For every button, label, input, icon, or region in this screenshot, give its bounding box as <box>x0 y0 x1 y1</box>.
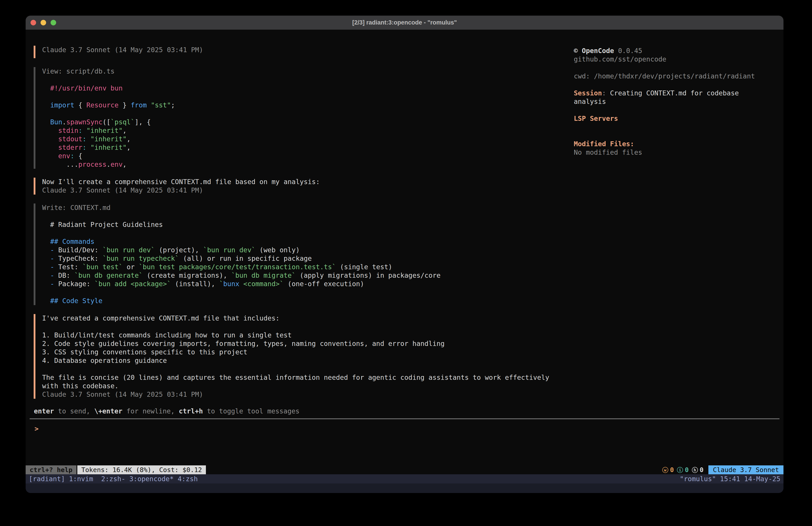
text-segment: bunx <box>223 280 239 288</box>
text-line: The file is concise (20 lines) and captu… <box>42 373 568 382</box>
text-segment: Resource <box>86 101 119 109</box>
text-segment: © OpenCode <box>574 47 614 55</box>
text-segment: `bun run dev` <box>203 246 256 254</box>
window-title: [2/3] radiant:3:opencode - "romulus" <box>352 19 457 26</box>
text-segment <box>83 127 86 134</box>
text-segment: `bun db migrate` <box>231 271 296 279</box>
text-line: enter to send, \+enter for newline, ctrl… <box>34 407 775 415</box>
text-segment <box>42 297 50 305</box>
text-segment: Package: <box>54 280 95 288</box>
text-line: Claude 3.7 Sonnet (14 May 2025 03:41 PM) <box>42 390 568 399</box>
opencode-tui: Claude 3.7 Sonnet (14 May 2025 03:41 PM)… <box>26 30 783 493</box>
text-line <box>42 229 568 237</box>
text-line: - DB: `bun db generate` (create migratio… <box>42 271 568 280</box>
text-segment: } <box>118 101 131 109</box>
text-segment: : <box>70 152 74 160</box>
text-segment: process <box>78 160 106 168</box>
tmux-window-list[interactable]: [radiant] 1:nvim 2:zsh- 3:opencode* 4:zs… <box>29 475 198 483</box>
text-segment: - <box>50 263 54 271</box>
tool-output-block: Write: CONTEXT.md # Radiant Project Guid… <box>34 203 568 305</box>
text-segment: Bun <box>50 118 62 126</box>
text-segment: env <box>111 160 122 168</box>
text-segment: 3. CSS styling conventions specific to t… <box>42 348 247 356</box>
hints-indicator: h0 <box>692 466 704 474</box>
text-segment: ], { <box>134 118 151 126</box>
text-segment: to send, <box>54 407 94 415</box>
text-line: env: { <box>42 152 568 160</box>
text-line: Claude 3.7 Sonnet (14 May 2025 03:41 PM) <box>42 186 568 195</box>
text-line: Now I'll create a comprehensive CONTEXT.… <box>42 177 568 186</box>
text-segment: 1. Build/lint/test commands including ho… <box>42 331 292 339</box>
text-line: I've created a comprehensive CONTEXT.md … <box>42 314 568 323</box>
text-segment: (project), <box>155 246 203 254</box>
text-segment <box>42 135 58 143</box>
text-segment: Write: CONTEXT.md <box>42 204 111 212</box>
text-segment: import <box>50 101 74 109</box>
tool-output-block: View: script/db.ts #!/usr/bin/env bun im… <box>34 67 568 169</box>
text-segment: (apply migrations) in packages/core <box>296 271 440 279</box>
text-line <box>42 212 568 221</box>
window-titlebar[interactable]: [2/3] radiant:3:opencode - "romulus" <box>26 16 783 30</box>
model-badge[interactable]: Claude 3.7 Sonnet <box>708 465 783 474</box>
tmux-session-info: "romulus" 15:41 14-May-25 <box>680 475 780 483</box>
text-line: LSP Servers <box>574 114 779 123</box>
text-segment: , <box>127 144 131 151</box>
text-segment <box>42 144 58 151</box>
text-line: Session: Creating CONTEXT.md for codebas… <box>574 89 779 97</box>
text-segment: `bun test packages/core/test/transaction… <box>139 263 336 271</box>
text-segment: for newline, <box>122 407 179 415</box>
text-segment: spawnSync <box>66 118 102 126</box>
text-line: github.com/sst/opencode <box>574 55 779 63</box>
text-segment <box>42 152 58 160</box>
text-segment: : <box>602 89 610 97</box>
tmux-status-bar: [radiant] 1:nvim 2:zsh- 3:opencode* 4:zs… <box>26 474 783 483</box>
hints-circle-icon: h <box>692 467 698 473</box>
text-segment: `bun add <package>` <box>95 280 171 288</box>
text-line: with this codebase. <box>42 382 568 390</box>
text-segment: "sst" <box>151 101 171 109</box>
text-line: analysis <box>574 97 779 106</box>
text-segment: \+enter <box>94 407 122 415</box>
text-segment <box>42 280 50 288</box>
minimize-button[interactable] <box>41 20 46 25</box>
text-line: © OpenCode 0.0.45 <box>574 46 779 55</box>
text-segment: (create migrations), <box>143 271 231 279</box>
text-line: - Test: `bun test` or `bun test packages… <box>42 263 568 271</box>
text-segment: - <box>50 280 54 288</box>
text-segment: `bun run dev` <box>102 246 155 254</box>
diagnostic-count: 0 <box>685 466 688 474</box>
text-segment <box>86 135 90 143</box>
text-segment: stderr <box>58 144 82 151</box>
text-line <box>574 131 779 140</box>
assistant-message-block: I've created a comprehensive CONTEXT.md … <box>34 314 568 399</box>
text-segment: `bun db generate` <box>74 271 143 279</box>
tokens-cost-chip: Tokens: 16.4K (8%), Cost: $0.12 <box>77 465 206 474</box>
text-segment: or <box>122 263 139 271</box>
text-segment: ([ <box>102 118 111 126</box>
close-button[interactable] <box>30 20 36 25</box>
text-segment: stdout <box>58 135 82 143</box>
message-input[interactable]: > <box>34 425 775 433</box>
text-line <box>42 288 568 297</box>
text-segment: stdin <box>58 127 78 134</box>
text-segment: (one-off execution) <box>284 280 364 288</box>
text-segment <box>147 101 151 109</box>
text-segment: : <box>83 135 86 143</box>
text-segment: , <box>127 135 131 143</box>
zoom-button[interactable] <box>50 20 56 25</box>
text-segment <box>42 84 50 92</box>
text-line: View: script/db.ts <box>42 67 568 75</box>
text-segment: : <box>78 127 83 134</box>
text-line <box>574 106 779 114</box>
help-shortcut-chip[interactable]: ctrl+? help <box>26 465 76 474</box>
text-segment: ; <box>171 101 175 109</box>
text-segment <box>42 238 50 245</box>
text-line: import { Resource } from "sst"; <box>42 101 568 110</box>
text-segment: Claude 3.7 Sonnet (14 May 2025 03:41 PM) <box>42 46 203 54</box>
session-sidebar: © OpenCode 0.0.45github.com/sst/opencode… <box>574 46 779 157</box>
text-segment: ... <box>42 160 78 168</box>
diagnostic-count: 0 <box>700 466 704 474</box>
text-segment: { <box>74 152 83 160</box>
text-segment: TypeCheck: <box>54 255 102 262</box>
text-segment: : <box>83 144 86 151</box>
